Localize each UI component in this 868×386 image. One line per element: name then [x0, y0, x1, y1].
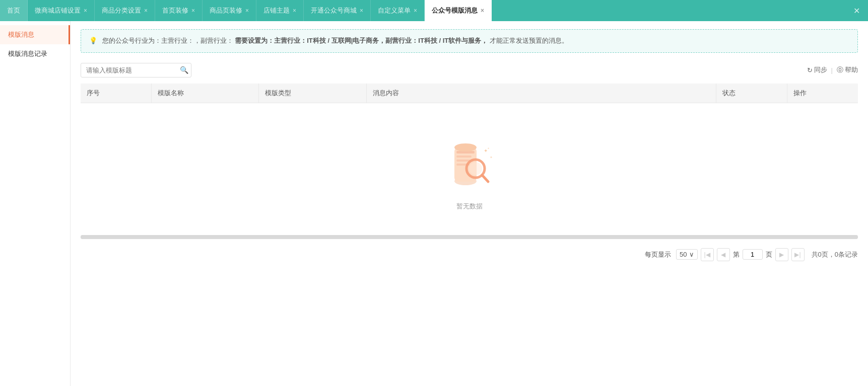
search-input[interactable]	[81, 63, 176, 77]
info-prefix: 您的公众号行业为：主营行业：，副营行业：	[102, 37, 233, 44]
nav-tab-template-msg[interactable]: 公众号模版消息 ×	[425, 0, 492, 21]
col-action: 操作	[787, 84, 858, 103]
sync-button[interactable]: ↻ 同步	[807, 65, 827, 74]
nav-tab-template-msg-close[interactable]: ×	[481, 7, 484, 14]
sync-icon: ↻	[807, 66, 813, 74]
info-banner: 💡 您的公众号行业为：主营行业：，副营行业： 需要设置为：主营行业：IT科技 /…	[81, 29, 858, 53]
nav-tab-custom-menu-label: 自定义菜单	[378, 6, 411, 15]
nav-tab-template-msg-label: 公众号模版消息	[432, 6, 478, 15]
nav-tab-home-decoration-close[interactable]: ×	[191, 7, 195, 14]
help-icon: ⓪	[837, 65, 843, 74]
first-page-button[interactable]: |◀	[701, 248, 714, 261]
nav-tab-home-decoration-label: 首页装修	[162, 6, 188, 15]
pagination: 每页显示 50 ∨ |◀ ◀ 第 页 ▶ ▶| 共0页，0条记录	[81, 243, 858, 266]
close-all-button[interactable]: ✕	[845, 6, 868, 16]
empty-text: 暂无数据	[456, 202, 483, 211]
main-layout: 模版消息 模版消息记录 💡 您的公众号行业为：主营行业：，副营行业： 需要设置为…	[0, 21, 868, 386]
chevron-down-icon: ∨	[689, 251, 694, 258]
nav-tab-shop-settings[interactable]: 微商城店铺设置 ×	[28, 0, 95, 21]
divider: |	[831, 66, 833, 74]
nav-tab-product-decoration-close[interactable]: ×	[245, 7, 249, 14]
search-box[interactable]: 🔍	[81, 63, 191, 78]
nav-tab-open-mall-close[interactable]: ×	[360, 7, 363, 14]
nav-tab-product-decoration-label: 商品页装修	[210, 6, 242, 15]
col-type: 模版类型	[259, 84, 367, 103]
svg-point-8	[469, 162, 482, 175]
help-button[interactable]: ⓪ 帮助	[837, 65, 858, 74]
sidebar-item-template-msg-log-label: 模版消息记录	[8, 50, 47, 57]
svg-rect-3	[456, 156, 472, 158]
empty-illustration: ✦ ✦ ✦	[439, 133, 500, 194]
data-table: 序号 模版名称 模版类型 消息内容 状态 操作	[81, 84, 858, 231]
toolbar-right: ↻ 同步 | ⓪ 帮助	[807, 65, 858, 74]
top-nav: 首页 微商城店铺设置 × 商品分类设置 × 首页装修 × 商品页装修 × 店铺主…	[0, 0, 868, 21]
nav-tab-shop-theme[interactable]: 店铺主题 ×	[256, 0, 304, 21]
nav-tab-open-mall[interactable]: 开通公众号商城 ×	[304, 0, 371, 21]
page-size-select[interactable]: 50 ∨	[676, 249, 697, 260]
col-status: 状态	[716, 84, 787, 103]
nav-tab-shop-settings-close[interactable]: ×	[84, 7, 87, 14]
nav-tab-category-settings-label: 商品分类设置	[102, 6, 141, 15]
nav-tab-category-close[interactable]: ×	[144, 7, 148, 14]
page-prefix: 第	[733, 250, 740, 259]
svg-point-6	[454, 143, 477, 151]
svg-text:✦: ✦	[487, 147, 490, 150]
next-page-button[interactable]: ▶	[775, 248, 788, 261]
bulb-icon: 💡	[89, 37, 97, 44]
sidebar-item-template-msg-label: 模版消息	[8, 31, 34, 38]
info-suffix: 才能正常发送预置的消息。	[490, 37, 568, 44]
scroll-track[interactable]	[81, 235, 858, 239]
nav-tab-custom-menu[interactable]: 自定义菜单 ×	[371, 0, 425, 21]
empty-state: ✦ ✦ ✦ 暂无数据	[81, 103, 858, 231]
nav-tab-custom-menu-close[interactable]: ×	[414, 7, 417, 14]
info-highlight: 需要设置为：主营行业：IT科技 / 互联网|电子商务，副营行业：IT科技 / I…	[235, 37, 488, 44]
col-content: 消息内容	[366, 84, 716, 103]
nav-tab-home[interactable]: 首页	[0, 0, 28, 21]
page-number-input[interactable]	[743, 249, 763, 260]
page-size-label: 每页显示	[645, 250, 671, 259]
page-size-value: 50	[680, 251, 687, 258]
sidebar: 模版消息 模版消息记录	[0, 21, 71, 386]
last-page-button[interactable]: ▶|	[791, 248, 805, 261]
sync-label: 同步	[814, 65, 827, 74]
nav-tab-home-label: 首页	[7, 6, 20, 15]
nav-tab-product-decoration[interactable]: 商品页装修 ×	[203, 0, 256, 21]
nav-tab-open-mall-label: 开通公众号商城	[311, 6, 357, 15]
nav-tab-category-settings[interactable]: 商品分类设置 ×	[95, 0, 155, 21]
content-area: 💡 您的公众号行业为：主营行业：，副营行业： 需要设置为：主营行业：IT科技 /…	[71, 21, 868, 386]
nav-tab-shop-theme-close[interactable]: ×	[293, 7, 296, 14]
prev-page-button[interactable]: ◀	[717, 248, 730, 261]
svg-line-9	[482, 175, 488, 182]
svg-text:✦: ✦	[490, 156, 493, 159]
search-icon[interactable]: 🔍	[176, 66, 192, 74]
nav-tab-home-decoration[interactable]: 首页装修 ×	[155, 0, 203, 21]
page-label: 页	[766, 250, 772, 259]
total-info: 共0页，0条记录	[812, 250, 858, 259]
col-name: 模版名称	[151, 84, 259, 103]
toolbar: 🔍 ↻ 同步 | ⓪ 帮助	[81, 63, 858, 78]
sidebar-item-template-msg[interactable]: 模版消息	[0, 25, 70, 44]
nav-tab-shop-theme-label: 店铺主题	[263, 6, 290, 15]
nav-tab-shop-settings-label: 微商城店铺设置	[35, 6, 81, 15]
col-index: 序号	[81, 84, 151, 103]
sidebar-item-template-msg-log[interactable]: 模版消息记录	[0, 44, 70, 63]
help-label: 帮助	[845, 65, 858, 74]
